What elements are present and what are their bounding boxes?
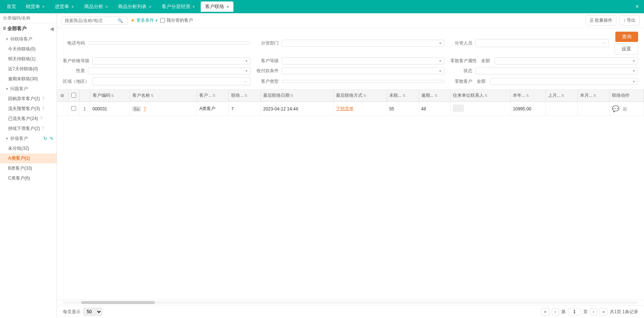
last-page-btn[interactable]: » [600,308,608,315]
filter-dept-select[interactable]: ▾ [282,40,444,47]
help-icon-churned[interactable]: ? [40,116,43,121]
row-action-btns: 💬 ⊞ [609,102,644,116]
more-filters-btn[interactable]: ▼ 更多条件 ▾ [130,17,157,24]
sidebar-group-pending[interactable]: ▼ 待联络客户 [0,34,57,44]
close-tab-sales[interactable]: × [42,4,44,9]
row-select-checkbox[interactable] [71,106,76,111]
sidebar-group-problem[interactable]: ▼ 问题客户 [0,84,57,94]
first-page-btn[interactable]: « [541,308,550,315]
col-uncontacted: 未联...⇅ [387,89,419,102]
sort-contact2-icon[interactable]: ⇅ [484,93,487,98]
sidebar-item-tomorrow[interactable]: 明天待联络(1) [0,54,57,64]
col-action: 联络动作 [609,89,644,102]
sidebar-item-ungrouped[interactable]: 未分组(32) [0,144,57,153]
close-tab-analysis[interactable]: × [105,4,108,9]
filter-retail-select[interactable]: ▾ [490,78,638,85]
horizontal-scrollbar[interactable] [57,300,644,305]
close-tab-crm[interactable]: × [193,4,195,9]
close-tab-purchase[interactable]: × [71,4,74,9]
my-customers-toggle[interactable]: 我分管的客户 [160,17,193,24]
per-page-select[interactable]: 50 20 100 [83,308,102,316]
nav-tab-sales[interactable]: 销货单 × [21,1,49,12]
sort-overdue-icon[interactable]: ⇅ [434,93,437,98]
row-uncontacted: 55 [387,102,419,116]
sidebar-item-churn-warning[interactable]: 流失预警客户(3) ? [0,104,57,114]
last-method-link[interactable]: 下销货单 [336,106,354,111]
scrollbar-thumb[interactable] [81,301,155,304]
filter-manager-input[interactable]: ··· [475,39,609,47]
help-icon-churn[interactable]: ? [42,106,44,111]
sidebar-collapse-btn[interactable]: ◀ [50,26,54,32]
filter-price-select[interactable]: ▾ [92,57,251,64]
sidebar-item-repurchase[interactable]: 回购异常客户(2) ? [0,94,57,104]
row-settings [57,102,68,116]
action-grid-icon[interactable]: ⊞ [623,106,627,112]
close-tab-analysis-list[interactable]: × [149,4,151,9]
filter-type-input[interactable] [282,80,444,83]
help-icon-declining[interactable]: ? [42,126,44,131]
sidebar-group-value[interactable]: ▼ 价值客户 [0,134,43,144]
my-customers-checkbox[interactable] [160,18,165,23]
nav-tab-analysis[interactable]: 商品分析 × [80,1,112,12]
edit-icon[interactable]: ✎ [50,136,54,141]
prev-page-btn[interactable]: ‹ [552,308,559,315]
close-tab-contact[interactable]: × [226,4,229,9]
filter-price-level: 客户价格等级 ▾ [63,57,251,64]
sort-month-icon[interactable]: ⇅ [593,93,596,98]
filter-phone-input[interactable] [88,42,251,45]
sidebar-item-class-b[interactable]: B类客户(33) [0,163,57,173]
sort-name-icon[interactable]: ⇅ [151,93,154,98]
customer-name-link[interactable]: ? [143,106,146,112]
filter-manager-label: 分管人员 [450,40,472,46]
sidebar-item-class-c[interactable]: C类客户(6) [0,173,57,183]
filter-status-select[interactable]: ▾ [475,67,638,74]
sidebar: 🔍 ⠿ 全部客户 ◀ ▼ 待联络客户 今天待联络(0) 明天待联络(1) 近7天… [0,13,57,318]
sidebar-search-input[interactable] [3,15,57,21]
sort-date-icon[interactable]: ⇅ [290,93,293,98]
help-icon-repurchase[interactable]: ? [42,96,44,101]
close-all-tabs[interactable]: × [633,3,641,10]
filter-nature-select[interactable]: ▾ [88,67,251,74]
sidebar-item-class-a[interactable]: A类客户(1) [0,153,57,163]
nav-tab-crm[interactable]: 客户分层经营 × [157,1,199,12]
pagination-per-page: 每页显示 50 20 100 [63,308,102,316]
sidebar-item-today[interactable]: 今天待联络(0) [0,44,57,54]
sort-code-icon[interactable]: ⇅ [111,93,114,98]
row-overdue: 48 [419,102,451,116]
sort-method-icon[interactable]: ⇅ [363,93,366,98]
col-level: 客户...⇅ [197,89,229,102]
next-page-btn[interactable]: › [590,308,597,315]
sidebar-item-churned[interactable]: 已流失客户(24) ? [0,114,57,124]
settings-btn[interactable]: 设置 [615,43,638,54]
dropdown-arrow-icon: ▾ [246,59,247,63]
refresh-icon[interactable]: ↻ [43,136,47,141]
select-all-checkbox[interactable] [71,93,76,98]
query-btn[interactable]: 查询 [615,32,638,42]
nav-tab-analysis-list[interactable]: 商品分析列表 × [114,1,155,12]
batch-operation-btn[interactable]: ☰ 批量操作 [586,15,616,25]
nav-tab-purchase[interactable]: 进货单 × [50,1,78,12]
sidebar-all-customers[interactable]: ⠿ 全部客户 ◀ [0,23,57,34]
search-submit-icon[interactable]: 🔍 [118,18,123,23]
table-settings-icon[interactable]: ⚙ [60,93,64,98]
sort-uncontacted-icon[interactable]: ⇅ [402,93,405,98]
sort-lastmonth-icon[interactable]: ⇅ [561,93,564,98]
filter-payment-select[interactable]: ▾ [282,67,444,74]
sidebar-item-declining[interactable]: 持续下滑客户(2) ? [0,124,57,134]
nav-home-tab[interactable]: 首页 [3,3,20,10]
filter-retail-attr-select[interactable]: ▾ [494,57,638,64]
sort-level-icon[interactable]: ⇅ [212,93,215,98]
dropdown-arrow-icon: ▾ [439,41,441,45]
sidebar-item-overdue[interactable]: 逾期未联络(30) [0,74,57,84]
export-btn[interactable]: ↑ 导出 [619,15,640,25]
page-number-input[interactable] [568,308,581,315]
action-comment-icon[interactable]: 💬 [612,106,619,112]
nav-tab-contact[interactable]: 客户联络 × [201,1,233,12]
row-last-method: 下销货单 [334,102,387,116]
filter-level-select[interactable]: ▾ [282,57,444,64]
sort-contact-icon[interactable]: ⇅ [244,93,247,98]
filter-region-input[interactable]: ··· [92,77,251,85]
sidebar-item-7days[interactable]: 近7天待联络(0) [0,64,57,74]
search-input[interactable] [65,18,116,23]
sort-year-icon[interactable]: ⇅ [526,93,529,98]
